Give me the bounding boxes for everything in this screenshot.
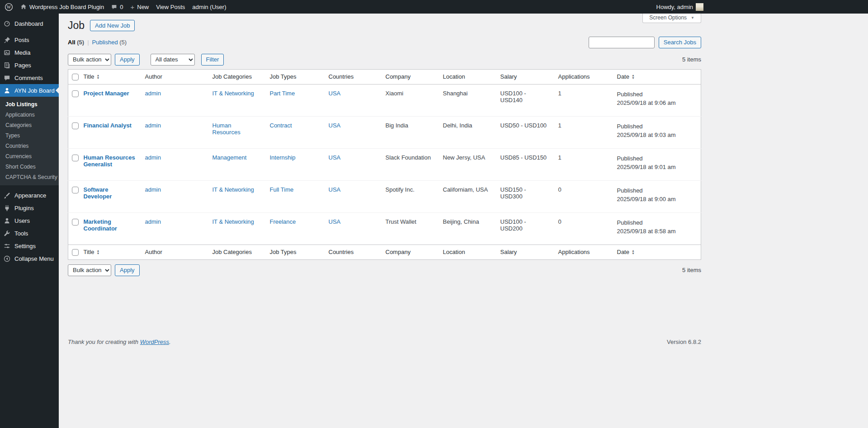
job-type-link[interactable]: Part Time: [270, 90, 295, 97]
sidebar-item-plugins[interactable]: Plugins: [0, 202, 59, 214]
collapse-menu-button[interactable]: Collapse Menu: [0, 252, 59, 265]
job-category-link[interactable]: Management: [212, 154, 247, 161]
apply-button[interactable]: Apply: [115, 54, 140, 66]
author-link[interactable]: admin: [145, 90, 161, 97]
select-all-checkbox[interactable]: [72, 249, 79, 256]
job-title-link[interactable]: Marketing Coordinator: [84, 218, 117, 232]
submenu-item-countries[interactable]: Countries: [0, 141, 59, 151]
new-content-link[interactable]: + New: [127, 0, 152, 14]
wordpress-menu[interactable]: W: [1, 0, 17, 14]
column-footer-company: Company: [381, 245, 439, 259]
sidebar-item-settings[interactable]: Settings: [0, 240, 59, 252]
row-select-checkbox[interactable]: [72, 187, 79, 193]
job-category-link[interactable]: IT & Networking: [212, 218, 254, 225]
submenu-item-short-codes[interactable]: Short Codes: [0, 162, 59, 172]
view-published-link[interactable]: Published (5): [92, 39, 127, 46]
menu-separator: [0, 30, 59, 33]
column-header-applications: Applications: [554, 69, 613, 84]
sidebar-item-comments[interactable]: Comments: [0, 71, 59, 84]
job-type-link[interactable]: Full Time: [270, 186, 294, 193]
sort-by-title-link[interactable]: Title▲▼: [84, 249, 100, 255]
select-all-checkbox[interactable]: [72, 74, 79, 80]
country-link[interactable]: USA: [329, 186, 341, 193]
sidebar-item-users[interactable]: Users: [0, 214, 59, 227]
sidebar-item-ayn-job-board[interactable]: AYN Job Board: [0, 84, 59, 97]
author-link[interactable]: admin: [145, 122, 161, 129]
applications-cell: 1: [554, 116, 613, 148]
row-select-cell: [68, 212, 79, 245]
dashboard-icon: [4, 20, 10, 27]
author-link[interactable]: admin: [145, 186, 161, 193]
row-select-cell: [68, 84, 79, 116]
bulk-actions-select-bottom[interactable]: Bulk actions: [68, 264, 111, 276]
job-type-link[interactable]: Freelance: [270, 218, 296, 225]
country-link[interactable]: USA: [329, 90, 341, 97]
sidebar-item-label: Users: [14, 217, 30, 224]
users-icon: [4, 217, 10, 224]
sort-by-date-link[interactable]: Date▲▼: [617, 249, 635, 255]
submenu-item-currencies[interactable]: Currencies: [0, 151, 59, 162]
site-name-link[interactable]: Wordpress Job Board Plugin: [17, 0, 108, 14]
sidebar-item-posts[interactable]: Posts: [0, 33, 59, 46]
column-footer-title: Title▲▼: [79, 245, 141, 259]
row-select-checkbox[interactable]: [72, 90, 79, 97]
site-name-label: Wordpress Job Board Plugin: [29, 4, 104, 10]
job-title-link[interactable]: Software Developer: [84, 186, 112, 200]
apply-button-bottom[interactable]: Apply: [115, 264, 140, 276]
author-link[interactable]: admin: [145, 218, 161, 225]
author-link[interactable]: admin: [145, 154, 161, 161]
jobs-table-body: Project Manager admin IT & Networking Pa…: [68, 84, 701, 245]
submenu-item-captcha-security[interactable]: CAPTCHA & Security: [0, 172, 59, 183]
sidebar-item-tools[interactable]: Tools: [0, 227, 59, 240]
sidebar-item-pages[interactable]: Pages: [0, 59, 59, 71]
row-select-checkbox[interactable]: [72, 155, 79, 161]
view-posts-link[interactable]: View Posts: [152, 0, 189, 14]
admin-bar-comments-link[interactable]: 0: [108, 0, 127, 14]
sidebar-item-dashboard[interactable]: Dashboard: [0, 17, 59, 30]
country-link[interactable]: USA: [329, 122, 341, 129]
location-cell: Beijing, China: [439, 212, 496, 245]
sidebar-item-media[interactable]: Media: [0, 46, 59, 59]
job-title-link[interactable]: Human Resources Generalist: [84, 154, 135, 168]
bulk-actions-select[interactable]: Bulk actions: [68, 54, 111, 66]
submenu-item-types[interactable]: Types: [0, 131, 59, 141]
search-jobs-input[interactable]: [589, 37, 655, 48]
dates-filter-select[interactable]: All dates: [151, 54, 195, 66]
view-all-link[interactable]: All (5): [68, 39, 84, 46]
country-link[interactable]: USA: [329, 218, 341, 225]
job-board-submenu: Job Listings Applications Categories Typ…: [0, 97, 59, 185]
filter-button[interactable]: Filter: [201, 54, 224, 66]
sidebar-item-appearance[interactable]: Appearance: [0, 189, 59, 202]
column-footer-location: Location: [439, 245, 496, 259]
column-header-job-types: Job Types: [265, 69, 324, 84]
row-select-cell: [68, 148, 79, 180]
column-header-title: Title▲▼: [79, 69, 141, 84]
job-type-link[interactable]: Contract: [270, 122, 292, 129]
job-type-link[interactable]: Internship: [270, 154, 296, 161]
main-content: Screen Options ▼ Job Add New Job All (5)…: [59, 14, 868, 428]
submenu-item-categories[interactable]: Categories: [0, 120, 59, 131]
screen-options-button[interactable]: Screen Options ▼: [642, 13, 701, 23]
howdy-account-menu[interactable]: Howdy, admin: [653, 0, 707, 14]
job-title-link[interactable]: Project Manager: [84, 90, 129, 97]
row-select-checkbox[interactable]: [72, 122, 79, 129]
column-footer-author: Author: [141, 245, 208, 259]
country-link[interactable]: USA: [329, 154, 341, 161]
job-category-link[interactable]: IT & Networking: [212, 186, 254, 193]
table-row: Human Resources Generalist admin Managem…: [68, 148, 701, 180]
row-select-checkbox[interactable]: [72, 219, 79, 226]
wordpress-link[interactable]: WordPress: [140, 339, 169, 345]
submenu-item-job-listings[interactable]: Job Listings: [0, 99, 59, 110]
submenu-item-applications[interactable]: Applications: [0, 110, 59, 120]
sort-by-title-link[interactable]: Title▲▼: [84, 73, 100, 80]
current-user-link[interactable]: admin (User): [189, 0, 230, 14]
job-category-link[interactable]: IT & Networking: [212, 90, 254, 97]
add-new-job-button[interactable]: Add New Job: [90, 20, 135, 31]
howdy-label: Howdy, admin: [656, 4, 693, 10]
search-jobs-button[interactable]: Search Jobs: [659, 37, 701, 48]
sort-by-date-link[interactable]: Date▲▼: [617, 73, 635, 80]
comment-bubble-icon: [111, 4, 117, 10]
job-title-link[interactable]: Financial Analyst: [84, 122, 132, 129]
date-cell: Published 2025/09/18 at 9:03 am: [613, 116, 701, 148]
job-category-link[interactable]: Human Resources: [212, 122, 241, 136]
